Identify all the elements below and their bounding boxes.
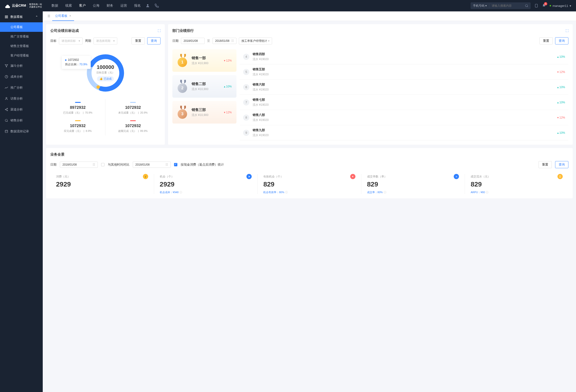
card-title: 公司业绩目标达成 — [50, 29, 79, 33]
search-icon[interactable] — [522, 4, 531, 7]
rank-row[interactable]: 8 销售八部 流水 ¥19020 ▾ 12% — [240, 110, 568, 125]
metric-label: 成交流水（元） — [471, 175, 490, 179]
sidebar-item-promo-mgr[interactable]: 推广主管看板 — [0, 32, 43, 41]
period-label: 周期 — [85, 39, 91, 43]
card-title: 部门业绩排行 — [172, 29, 194, 33]
close-icon[interactable]: × — [69, 14, 71, 18]
expand-icon[interactable]: ⛶ — [158, 29, 161, 32]
nav-ops[interactable]: 运营 — [120, 3, 127, 8]
rank-dept-name: 销售七部 — [253, 98, 554, 102]
rank-dept-name: 销售八部 — [253, 113, 554, 117]
svg-rect-8 — [7, 17, 8, 18]
reset-button[interactable]: 重置 — [539, 37, 553, 44]
user-icon[interactable] — [145, 3, 150, 8]
metric-value: 2929 — [160, 181, 252, 188]
query-button[interactable]: 查询 — [147, 37, 161, 44]
stat-incomplete: 1072932 未完成量（元） | 20.9% — [105, 99, 161, 117]
help-icon[interactable]: ⓘ — [285, 190, 288, 194]
reset-button[interactable]: 重置 — [539, 161, 552, 168]
sidebar-item-cost[interactable]: 成本分析 — [0, 71, 43, 82]
phone-icon[interactable] — [155, 3, 159, 8]
period-select[interactable]: 请选择周期▾ — [93, 37, 117, 44]
achieved-badge: 👍已达成 — [97, 76, 114, 81]
metric-label: 消费（元） — [56, 175, 70, 179]
target-select[interactable]: 请选择目标▾ — [59, 37, 83, 44]
sidebar-item-account-mgr[interactable]: 客户经理看板 — [0, 51, 43, 60]
sidebar-item-promo[interactable]: 推广分析 — [0, 82, 43, 93]
chevron-down-icon: ▾ — [570, 4, 571, 8]
svg-line-15 — [6, 110, 7, 110]
rank-amount: 流水 ¥19020 — [253, 88, 554, 92]
rank-pct: ▾ 12% — [224, 59, 232, 62]
rank-amount: 流水 ¥19020 — [253, 72, 554, 77]
bell-icon[interactable]: 5 — [542, 3, 546, 8]
nav-data[interactable]: 数据 — [52, 3, 58, 8]
collapse-sidebar-icon[interactable]: ☰ — [46, 14, 52, 18]
sidebar-item-company[interactable]: 公司看板 — [0, 22, 43, 32]
medal-icon: 3 — [177, 106, 188, 119]
svg-line-16 — [6, 109, 7, 109]
rank-row[interactable]: 7 销售七部 流水 ¥19020 ▴ 10% — [240, 95, 568, 110]
rank-row[interactable]: 5 销售五部 流水 ¥19020 ▾ 12% — [240, 64, 568, 80]
metric-sub: 成交率：80% ⓘ — [367, 190, 459, 194]
groupby-select[interactable]: 按工单客户经理统计▾ — [239, 37, 272, 44]
svg-point-13 — [5, 109, 6, 110]
tab-company-board[interactable]: 公司看板 × — [52, 11, 74, 21]
sidebar-item-visitor[interactable]: 访客分析 — [0, 93, 43, 104]
main-nav: 数据 线索 客户 公海 财务 运营 报名 — [52, 3, 141, 8]
date-label: 日期 — [172, 39, 178, 43]
sidebar-item-dataflow[interactable]: 数据流转记录 — [0, 126, 43, 137]
main-content: ☰ 公司看板 × 公司业绩目标达成 ⛶ 目标 请选择目标▾ 周期 — [43, 0, 576, 392]
search-type-select[interactable]: 手机号码▾ — [471, 4, 489, 8]
rank-top-3[interactable]: 3 销售三部 流水 ¥10,900 ▾ 12% — [172, 101, 236, 123]
metric-3: 成交单数（单） ≡ 829 成交率：80% ⓘ — [361, 174, 465, 194]
nav-enroll[interactable]: 报名 — [134, 3, 141, 8]
rank-amount: 流水 ¥10,900 — [192, 113, 220, 117]
stat-checkbox[interactable] — [174, 163, 177, 166]
rank-top-1[interactable]: 1 销售一部 流水 ¥10,900 ▾ 12% — [172, 49, 236, 72]
date-from-input[interactable]: 2018/01/08 — [181, 38, 205, 44]
help-icon[interactable]: ⓘ — [384, 190, 386, 194]
help-icon[interactable]: ⓘ — [486, 190, 489, 194]
nav-pool[interactable]: 公海 — [93, 3, 99, 8]
date1-input[interactable]: 2018/01/08☷ — [60, 162, 98, 168]
query-button[interactable]: 查询 — [555, 37, 568, 44]
date-to-input[interactable]: 2018/01/08☷ — [212, 38, 236, 44]
metric-4: 成交流水（元） ☰ 829 ARPU：¥80 ⓘ — [465, 174, 568, 194]
stat-label: 按现金消费（返点后消费）统计 — [181, 162, 224, 167]
metric-0: 消费（元） 💰 2929 — [50, 174, 154, 194]
logo: 云朵CRM 教育机构一站 式服务云平台 — [5, 3, 42, 8]
rank-dept-name: 销售五部 — [253, 67, 554, 71]
sidebar-section-dashboard[interactable]: 数据看板 ⌃ — [0, 11, 43, 22]
nav-customers[interactable]: 客户 — [79, 3, 86, 8]
chevron-up-icon: ⌃ — [35, 15, 38, 19]
rank-row[interactable]: 4 销售四部 流水 ¥19020 ▴ 10% — [240, 49, 568, 64]
help-icon[interactable]: ⓘ — [179, 190, 182, 194]
nav-finance[interactable]: 财务 — [107, 3, 113, 8]
sidebar-item-channel[interactable]: 渠道分析 — [0, 104, 43, 115]
user-menu[interactable]: manager11 ▾ — [550, 4, 571, 8]
svg-point-0 — [147, 4, 148, 6]
mobile-icon[interactable] — [534, 3, 538, 8]
metric-value: 829 — [367, 181, 459, 188]
rank-top-2[interactable]: 2 销售二部 流水 ¥10,900 ▴ 10% — [172, 75, 236, 98]
reset-button[interactable]: 重置 — [132, 37, 145, 44]
svg-point-11 — [6, 97, 7, 99]
sidebar-item-funnel[interactable]: 漏斗分析 — [0, 60, 43, 71]
search-input[interactable] — [489, 4, 522, 7]
rank-row[interactable]: 9 销售九部 流水 ¥19020 ▴ 10% — [240, 125, 568, 140]
search-box: 手机号码▾ — [471, 2, 531, 9]
donut-chart: 1072932 所占比例：70.9% 100000 目标总量（元） 👍已达成 — [50, 49, 161, 99]
sidebar-item-sales[interactable]: 销售分析 — [0, 115, 43, 126]
rank-dept-name: 销售六部 — [253, 82, 554, 87]
stat-excess: 1072932 超额完成（元） | 89.9% — [105, 117, 161, 136]
sidebar-item-sales-mgr[interactable]: 销售主管看板 — [0, 41, 43, 51]
donut-label: 目标总量（元） — [96, 71, 115, 74]
query-button[interactable]: 查询 — [555, 161, 568, 168]
expand-icon[interactable]: ⛶ — [566, 29, 568, 32]
date2-input[interactable]: 2018/01/08☷ — [133, 162, 171, 168]
nav-leads[interactable]: 线索 — [65, 3, 72, 8]
rank-row[interactable]: 6 销售六部 流水 ¥19020 ▴ 10% — [240, 80, 568, 95]
compare-checkbox[interactable] — [101, 163, 105, 166]
rank-number: 9 — [243, 130, 249, 136]
